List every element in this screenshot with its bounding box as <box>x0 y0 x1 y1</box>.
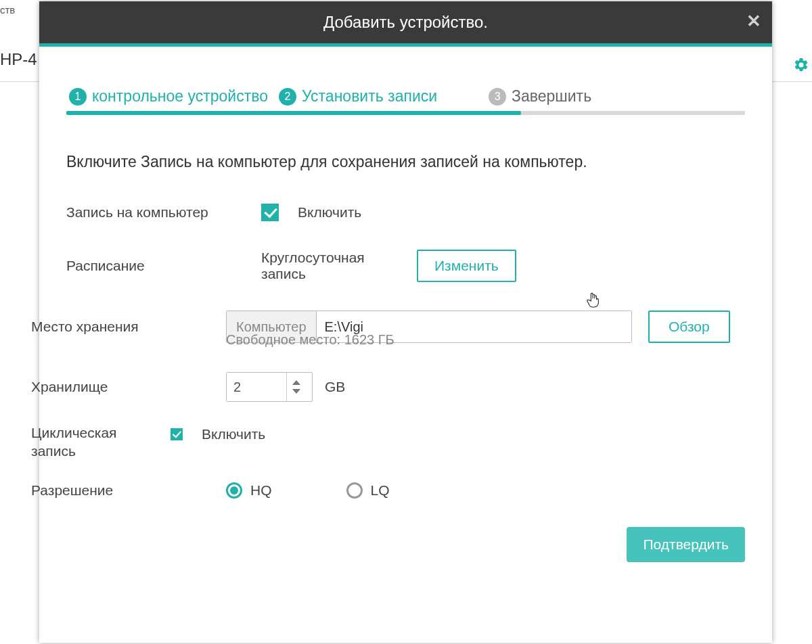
radio-circle-icon <box>346 482 363 499</box>
label-schedule: Расписание <box>66 258 261 274</box>
instruction-text: Включите Запись на компьютер для сохране… <box>66 153 745 171</box>
radio-circle-icon <box>226 482 242 499</box>
bg-device-name: HP-4 <box>0 50 37 69</box>
step-set-records[interactable]: 2 Установить записи <box>279 87 437 106</box>
resolution-radio-group: HQ LQ <box>226 482 390 499</box>
radio-hq[interactable]: HQ <box>226 482 272 499</box>
step-finish: 3 Завершить <box>489 87 591 106</box>
label-loop-record: Циклическая запись <box>31 423 171 461</box>
radio-lq-label: LQ <box>371 482 390 499</box>
close-icon[interactable]: ✕ <box>746 12 761 30</box>
radio-hq-label: HQ <box>250 482 272 499</box>
loop-enable-label: Включить <box>202 426 265 442</box>
storage-size-input[interactable] <box>227 373 286 401</box>
label-record-to-pc: Запись на компьютер <box>66 204 261 221</box>
modal-title: Добавить устройство. <box>323 13 488 32</box>
row-record-to-pc: Запись на компьютер Включить <box>66 204 745 221</box>
step-control-device[interactable]: 1 контрольное устройство <box>69 87 268 106</box>
chevron-down-icon[interactable] <box>292 389 300 394</box>
step-3-label: Завершить <box>512 87 591 106</box>
confirm-button[interactable]: Подтвердить <box>627 527 745 562</box>
browse-button[interactable]: Обзор <box>648 310 730 343</box>
edit-schedule-button[interactable]: Изменить <box>417 250 516 282</box>
checkbox-loop-record[interactable] <box>171 428 183 440</box>
storage-size-unit: GB <box>325 379 345 395</box>
label-storage-size: Хранилище <box>31 379 226 395</box>
wizard-stepper: 1 контрольное устройство 2 Установить за… <box>66 87 745 111</box>
row-resolution: Разрешение HQ LQ <box>31 482 745 499</box>
chevron-up-icon[interactable] <box>292 380 300 385</box>
storage-size-stepper[interactable] <box>226 372 313 402</box>
row-schedule: Расписание Круглосуточная запись Изменит… <box>66 250 745 282</box>
gear-icon[interactable] <box>793 57 809 77</box>
progress-bar <box>66 111 745 115</box>
modal-header: Добавить устройство. ✕ <box>39 1 772 43</box>
row-storage-size: Хранилище GB <box>31 372 745 402</box>
row-loop-record: Циклическая запись Включить <box>31 423 745 461</box>
step-2-label: Установить записи <box>302 87 437 106</box>
add-device-modal: Добавить устройство. ✕ 1 контрольное уст… <box>39 1 772 643</box>
radio-lq[interactable]: LQ <box>346 482 390 499</box>
checkbox-enable-recording[interactable] <box>261 204 279 221</box>
label-resolution: Разрешение <box>31 482 226 499</box>
enable-label: Включить <box>298 204 361 221</box>
step-1-label: контрольное устройство <box>92 87 268 106</box>
bg-label-1: ств <box>0 4 15 16</box>
label-storage-location: Место хранения <box>31 319 226 335</box>
schedule-value: Круглосуточная запись <box>261 250 403 282</box>
